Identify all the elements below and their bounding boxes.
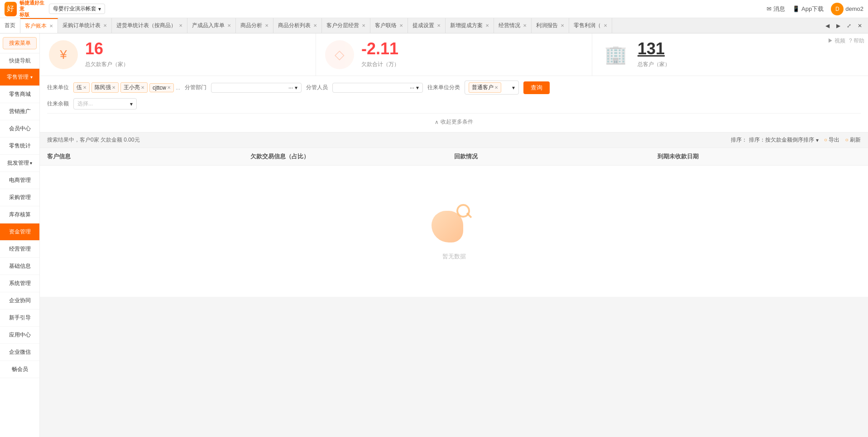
tab-accounts[interactable]: 客户账本 ✕ xyxy=(20,18,58,33)
stat-value-customers: 131 xyxy=(638,41,670,57)
sidebar-item-retail-stats[interactable]: 零售统计 xyxy=(0,138,39,155)
tab-customer-tier[interactable]: 客户分层经营 ✕ xyxy=(322,18,370,33)
close-icon[interactable]: ✕ xyxy=(179,23,182,28)
person-label: 分管人员 xyxy=(306,84,328,91)
topbar-right: ✉ 消息 📱 App下载 D demo2 xyxy=(767,3,863,15)
close-icon[interactable]: ✕ xyxy=(49,24,53,28)
phone-icon: 📱 xyxy=(792,5,800,12)
tab-profit-report[interactable]: 利润报告 ✕ xyxy=(532,18,569,33)
dept-select[interactable]: ··· ▾ xyxy=(211,83,302,93)
col-repayment: 回款情况 xyxy=(454,152,657,161)
sidebar-item-purchase[interactable]: 采购管理 xyxy=(0,189,39,206)
close-icon[interactable]: ✕ xyxy=(313,23,317,28)
sidebar-item-basic-info[interactable]: 基础信息 xyxy=(0,258,39,275)
unit-class-label: 往来单位分类 xyxy=(427,84,460,91)
tab-next-btn[interactable]: ▶ xyxy=(834,21,843,30)
col-due-date: 到期未收款日期 xyxy=(657,152,861,161)
close-icon[interactable]: ✕ xyxy=(227,23,231,28)
close-icon[interactable]: ✕ xyxy=(523,23,527,28)
app-label: App下载 xyxy=(801,5,824,13)
close-icon[interactable]: ✕ xyxy=(362,23,365,28)
tab-prompt-settings[interactable]: 提成设置 ✕ xyxy=(408,18,446,33)
sidebar-item-retail-mgmt[interactable]: 零售管理 ▾ xyxy=(0,69,39,86)
remove-tag-btn[interactable]: ✕ xyxy=(112,85,115,90)
tab-business-status[interactable]: 经营情况 ✕ xyxy=(494,18,532,33)
close-icon[interactable]: ✕ xyxy=(437,23,441,28)
close-icon[interactable]: ✕ xyxy=(604,23,607,28)
tab-close-all-btn[interactable]: ✕ xyxy=(855,21,864,30)
close-icon[interactable]: ✕ xyxy=(485,23,489,28)
stat-total-debtors: ¥ 16 总欠款客户（家） xyxy=(40,33,316,76)
filter-bar: 往来单位 伍 ✕ 陈民强 ✕ 王小亮 ✕ cjttcw xyxy=(40,76,868,133)
sidebar-item-app-center[interactable]: 应用中心 xyxy=(0,327,39,344)
sidebar-item-system[interactable]: 系统管理 xyxy=(0,275,39,292)
video-btn[interactable]: ▶ 视频 xyxy=(828,37,845,45)
sort-select[interactable]: 排序： 排序：按欠款金额倒序排序 ▾ xyxy=(731,136,819,144)
sidebar-item-vip[interactable]: 畅会员 xyxy=(0,361,39,378)
chevron-down-icon: ▾ xyxy=(30,75,33,80)
remove-tag-btn[interactable]: ✕ xyxy=(141,85,144,90)
tab-purchase-orders[interactable]: 采购订单统计表 ✕ xyxy=(58,18,112,33)
result-info: 搜索结果中，客户0家 欠款金额 0.00元 xyxy=(47,136,140,144)
sidebar-item-marketing[interactable]: 营销推广 xyxy=(0,103,39,120)
search-btn[interactable]: 查询 xyxy=(523,81,550,94)
sidebar-item-member-center[interactable]: 会员中心 xyxy=(0,120,39,138)
tab-inbound-stats[interactable]: 进货单统计表（按商品） ✕ xyxy=(112,18,187,33)
more-icon: ··· xyxy=(288,85,293,91)
unit-class-tag: 普通客户 ✕ xyxy=(469,82,501,93)
stat-label-debtors: 总欠款客户（家） xyxy=(85,61,129,68)
tab-customer-contact[interactable]: 客户联络 ✕ xyxy=(370,18,408,33)
result-actions: 排序： 排序：按欠款金额倒序排序 ▾ ○ 导出 ○ 刷新 xyxy=(731,136,861,144)
close-icon[interactable]: ✕ xyxy=(265,23,269,28)
collapse-row: ∧ 收起更多条件 xyxy=(47,113,861,128)
tab-label: 零售利润（ xyxy=(574,22,601,29)
sidebar-item-batch-mgmt[interactable]: 批发管理 ▾ xyxy=(0,155,39,172)
app-download-btn[interactable]: 📱 App下载 xyxy=(792,5,824,13)
export-btn[interactable]: ○ 导出 xyxy=(824,136,840,144)
person-select[interactable]: ··· ▾ xyxy=(332,83,423,93)
unit-tag-0: 伍 ✕ xyxy=(73,82,90,93)
remove-tag-btn[interactable]: ✕ xyxy=(83,85,86,90)
stat-value-debtors: 16 xyxy=(85,41,129,57)
refresh-btn[interactable]: ○ 刷新 xyxy=(845,136,861,144)
sidebar-item-inventory[interactable]: 库存核算 xyxy=(0,206,39,223)
sidebar-item-enterprise-wechat[interactable]: 企业微信 xyxy=(0,344,39,361)
user-area[interactable]: D demo2 xyxy=(831,3,863,15)
tab-product-inbound[interactable]: 产成品入库单 ✕ xyxy=(187,18,236,33)
stat-label-customers: 总客户（家） xyxy=(638,61,670,68)
account-selector[interactable]: 母婴行业演示帐套 ▾ xyxy=(49,4,105,14)
sidebar-item-capital[interactable]: 资金管理 xyxy=(0,223,39,241)
table-header: 客户信息 欠款交易信息（占比） 回款情况 到期未收款日期 xyxy=(40,148,868,166)
sidebar-item-retail-mall[interactable]: 零售商城 xyxy=(0,86,39,103)
tab-new-prompt[interactable]: 新增提成方案 ✕ xyxy=(446,18,494,33)
tab-retail-profit[interactable]: 零售利润（ ✕ xyxy=(569,18,612,33)
collapse-btn[interactable]: ∧ 收起更多条件 xyxy=(435,116,473,128)
message-btn[interactable]: ✉ 消息 xyxy=(767,5,785,13)
tab-goods-analysis[interactable]: 商品分析 ✕ xyxy=(236,18,273,33)
remove-tag-btn[interactable]: ✕ xyxy=(167,85,171,90)
tab-expand-btn[interactable]: ⤢ xyxy=(844,21,854,30)
sidebar-item-operations[interactable]: 经营管理 xyxy=(0,241,39,258)
sidebar-item-ecommerce[interactable]: 电商管理 xyxy=(0,172,39,189)
sidebar-quick-nav-btn[interactable]: 快捷导航 xyxy=(0,53,39,69)
close-icon[interactable]: ✕ xyxy=(399,23,403,28)
remainder-select[interactable]: 选择... ▾ xyxy=(73,98,137,109)
tab-home[interactable]: 首页 xyxy=(0,18,20,33)
stat-content-3: 131 总客户（家） xyxy=(638,41,670,68)
more-tags-btn[interactable]: ... xyxy=(176,85,180,91)
tab-label: 客户分层经营 xyxy=(326,22,359,29)
close-icon[interactable]: ✕ xyxy=(561,23,564,28)
unit-class-select[interactable]: 普通客户 ✕ ▾ xyxy=(465,81,519,95)
sidebar-item-new-guide[interactable]: 新手引导 xyxy=(0,309,39,327)
tab-prev-btn[interactable]: ◀ xyxy=(823,21,832,30)
close-icon[interactable]: ✕ xyxy=(103,23,107,28)
search-menu-btn[interactable]: 搜索菜单 xyxy=(3,37,37,49)
tab-goods-analysis-list[interactable]: 商品分析列表 ✕ xyxy=(273,18,322,33)
remove-tag-btn[interactable]: ✕ xyxy=(494,85,498,90)
sidebar-item-enterprise-collab[interactable]: 企业协同 xyxy=(0,292,39,309)
help-btn[interactable]: ? 帮助 xyxy=(849,37,864,45)
remainder-label: 往来余额 xyxy=(47,100,69,108)
stat-icon-3: 🏢 xyxy=(601,40,630,69)
account-selector-label: 母婴行业演示帐套 xyxy=(53,5,96,13)
stat-content: 16 总欠款客户（家） xyxy=(85,41,129,68)
